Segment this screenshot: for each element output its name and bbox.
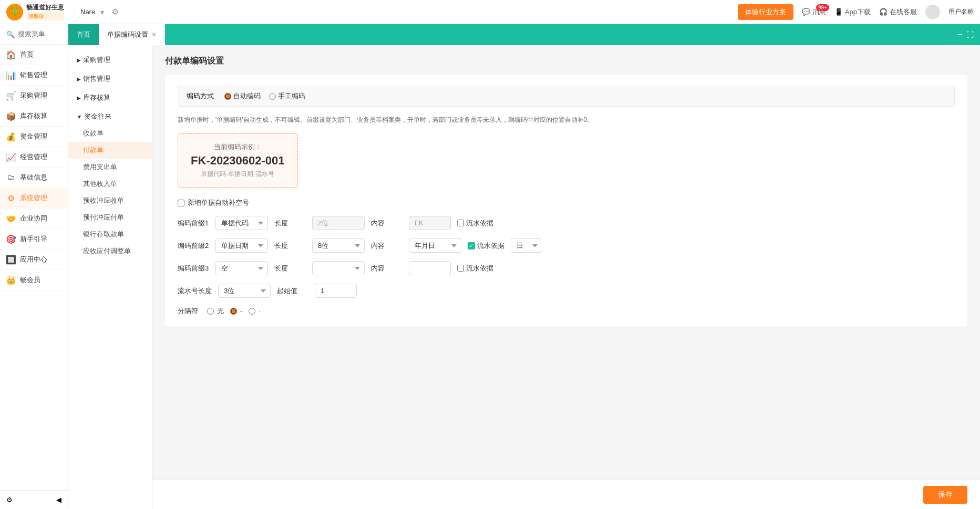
auto-encode-radio[interactable]: 自动编码 — [224, 91, 261, 101]
separator-label: 分隔符 — [178, 306, 201, 316]
headset-icon: 🎧 — [879, 8, 888, 16]
tab-encoding-settings[interactable]: 单据编码设置 ✕ — [99, 24, 165, 45]
prefix1-select[interactable]: 单据代码 — [215, 216, 268, 230]
sidebar-item-sales[interactable]: 📊 销售管理 — [0, 65, 68, 86]
encoding-method-label: 编码方式 — [187, 91, 214, 101]
auto-fill-checkbox[interactable] — [178, 200, 184, 206]
content3-label: 内容 — [371, 264, 403, 273]
sidebar-item-finance[interactable]: 💰 资金管理 — [0, 127, 68, 147]
sidebar-item-system[interactable]: ⚙ 系统管理 — [0, 188, 68, 209]
company-dropdown-icon[interactable]: ▾ — [100, 8, 104, 16]
sidebar-item-apps[interactable]: 🔲 应用中心 — [0, 250, 68, 270]
prefix1-label: 编码前缀1 — [178, 219, 209, 228]
watermark3-checkbox[interactable] — [457, 265, 464, 272]
content1-label: 内容 — [371, 219, 403, 228]
chevron-down-icon: ▼ — [77, 114, 82, 120]
sub-nav-header-inventory[interactable]: ▶ 库存核算 — [68, 89, 152, 106]
separator-none-radio[interactable]: 无 — [207, 306, 224, 316]
top-header: 🍀 畅通道好生意 旗舰版 Nare ▾ ⚙ 体验行业方案 💬 消息 99+ 📱 … — [0, 0, 980, 24]
main-layout: 🔍 搜索菜单 🏠 首页 📊 销售管理 🛒 采购管理 📦 库存核算 💰 资金管理 … — [0, 24, 980, 509]
content3-input[interactable] — [409, 261, 451, 275]
chevron-right-icon: ▶ — [77, 57, 81, 63]
form-card: 编码方式 自动编码 手工编码 — [165, 75, 967, 326]
sub-nav-item-receipt[interactable]: 收款单 — [68, 125, 152, 142]
encoding-method-section: 编码方式 自动编码 手工编码 — [178, 86, 955, 107]
right-panel: ▶ 采购管理 ▶ 销售管理 ▶ 库存核算 — [68, 45, 980, 509]
serial-length-select[interactable]: 3位 — [218, 284, 271, 298]
watermark2-period-select[interactable]: 日 — [511, 238, 542, 253]
code-example-sub: 单据代码-单据日期-流水号 — [191, 170, 285, 179]
sub-nav-item-adjust[interactable]: 应收应付调整单 — [68, 243, 152, 259]
sub-nav-header-purchase[interactable]: ▶ 采购管理 — [68, 51, 152, 68]
online-service-btn[interactable]: 🎧 在线客服 — [879, 7, 917, 17]
sidebar-item-enterprise[interactable]: 🤝 企业协同 — [0, 209, 68, 229]
code-example-box: 当前编码示例： FK-20230602-001 单据代码-单据日期-流水号 — [178, 133, 298, 188]
watermark1-checkbox[interactable] — [457, 220, 464, 226]
username: 用户名称 — [948, 7, 974, 16]
sub-nav-item-pre-receive[interactable]: 预收冲应收单 — [68, 192, 152, 209]
prefix2-select[interactable]: 单据日期 — [215, 238, 268, 253]
prefix3-label: 编码前缀3 — [178, 264, 209, 273]
content-area: 首页 单据编码设置 ✕ − ⛶ ▶ 采购管理 — [68, 24, 980, 509]
home-icon: 🏠 — [6, 50, 16, 59]
sub-nav-header-sales[interactable]: ▶ 销售管理 — [68, 70, 152, 87]
user-avatar[interactable] — [925, 5, 940, 19]
sidebar-item-management[interactable]: 📈 经营管理 — [0, 147, 68, 168]
start-value-label: 起始值 — [277, 286, 308, 296]
enterprise-icon: 🤝 — [6, 214, 16, 223]
sidebar-item-home[interactable]: 🏠 首页 — [0, 45, 68, 65]
divider — [75, 7, 75, 17]
length3-select[interactable] — [312, 261, 365, 275]
length2-select[interactable]: 8位 — [312, 238, 365, 253]
logo-text: 畅通道好生意 旗舰版 — [26, 3, 64, 20]
sub-nav-item-other-income[interactable]: 其他收入单 — [68, 175, 152, 192]
guide-icon: 🎯 — [6, 234, 16, 244]
tab-bar: 首页 单据编码设置 ✕ − ⛶ — [68, 24, 980, 45]
sub-nav-item-pre-pay[interactable]: 预付冲应付单 — [68, 209, 152, 226]
sidebar-item-basics[interactable]: 🗂 基础信息 — [0, 168, 68, 188]
trial-btn[interactable]: 体验行业方案 — [738, 4, 793, 20]
manual-encode-radio[interactable]: 手工编码 — [269, 91, 305, 101]
separator-dot-radio[interactable]: · — [249, 307, 261, 315]
length1-select[interactable]: 2位 — [312, 216, 365, 230]
prefix2-label: 编码前缀2 — [178, 241, 209, 251]
start-value-input[interactable] — [315, 284, 357, 298]
length1-label: 长度 — [274, 219, 306, 228]
form-area: 付款单编码设置 编码方式 自动编码 — [152, 45, 980, 480]
sub-nav-item-payment[interactable]: 付款单 — [68, 142, 152, 159]
tab-home[interactable]: 首页 — [68, 24, 99, 45]
tab-maximize-icon[interactable]: ⛶ — [966, 30, 974, 39]
sub-nav-group-inventory: ▶ 库存核算 — [68, 89, 152, 106]
content1-input — [409, 216, 451, 230]
tab-minimize-icon[interactable]: − — [957, 30, 962, 39]
member-icon: 👑 — [6, 275, 16, 285]
save-button[interactable]: 保存 — [923, 486, 967, 504]
sub-nav-item-bank[interactable]: 银行存取款单 — [68, 226, 152, 243]
separator-dash-radio[interactable]: - — [230, 307, 242, 315]
code-example-label: 当前编码示例： — [191, 142, 285, 152]
settings-gear-icon[interactable]: ⚙ — [6, 496, 13, 504]
logo-icon: 🍀 — [6, 4, 23, 20]
message-btn[interactable]: 💬 消息 99+ — [802, 7, 826, 17]
finance-icon: 💰 — [6, 132, 16, 141]
serial-row: 流水号长度 3位 起始值 — [178, 284, 955, 298]
sidebar-item-guide[interactable]: 🎯 新手引导 — [0, 229, 68, 250]
content2-label: 内容 — [371, 241, 403, 251]
tab-close-icon[interactable]: ✕ — [151, 31, 157, 38]
sub-nav: ▶ 采购管理 ▶ 销售管理 ▶ 库存核算 — [68, 45, 152, 509]
app-download-btn[interactable]: 📱 App下载 — [834, 7, 871, 17]
message-icon: 💬 — [802, 8, 810, 16]
watermark2-checked-icon: ✓ — [468, 242, 475, 250]
sidebar-item-inventory[interactable]: 📦 库存核算 — [0, 106, 68, 127]
code-example-value: FK-20230602-001 — [191, 154, 285, 168]
sub-nav-item-expense[interactable]: 费用支出单 — [68, 159, 152, 175]
search-menu-btn[interactable]: 🔍 搜索菜单 — [0, 24, 68, 45]
content2-select[interactable]: 年月日 — [409, 238, 461, 253]
watermark2-label: ✓ 流水依据 — [468, 241, 504, 251]
prefix3-select[interactable]: 空 — [215, 261, 268, 275]
settings-icon[interactable]: ⚙ — [111, 7, 119, 17]
sidebar-item-member[interactable]: 👑 畅会员 — [0, 270, 68, 290]
sub-nav-header-funds[interactable]: ▼ 资金往来 — [68, 108, 152, 125]
collapse-icon[interactable]: ◀ — [56, 496, 61, 504]
sidebar-item-purchase[interactable]: 🛒 采购管理 — [0, 86, 68, 106]
